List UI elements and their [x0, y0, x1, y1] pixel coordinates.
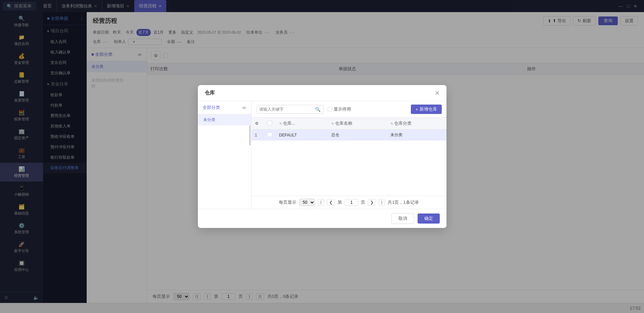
dialog-th-checkbox[interactable] — [264, 118, 276, 129]
dialog-header: 仓库 ✕ — [198, 85, 446, 101]
name-label: 仓库名称 — [335, 120, 352, 126]
dialog-search-box: 🔍 — [256, 105, 324, 114]
dialog-body: 全部分类 ≪ 未分类 🔍 — [198, 101, 446, 209]
dialog-prev-btn[interactable]: ❮ — [327, 199, 335, 206]
dialog-title: 仓库 — [205, 90, 215, 96]
dialog-left-panel: 全部分类 ≪ 未分类 — [198, 101, 252, 209]
cancel-button[interactable]: 取消 — [391, 213, 414, 224]
dialog-left-scroll-area — [198, 125, 251, 209]
dialog-left-header: 全部分类 ≪ — [198, 101, 251, 114]
show-disabled-text: 显示停用 — [334, 106, 351, 112]
row-name: 总仓 — [328, 129, 387, 141]
dialog-search-input[interactable] — [257, 105, 312, 113]
dialog-left-title: 全部分类 — [203, 105, 220, 111]
dialog-footer: 取消 确定 — [198, 209, 446, 228]
dialog-page-input[interactable] — [345, 199, 358, 206]
row-checkbox-cell[interactable] — [264, 129, 276, 141]
dialog-data-table: ⚙ ⇅ 仓库... — [252, 118, 446, 141]
dialog-left-item-uncategorized[interactable]: 未分类 — [198, 114, 251, 125]
dialog-table-wrapper: ⚙ ⇅ 仓库... — [252, 118, 446, 196]
dialog-th-category[interactable]: ⇅ 仓库分类 — [387, 118, 446, 129]
dialog-next-last-btn[interactable]: ⟩ — [379, 199, 385, 206]
dialog-th-settings[interactable]: ⚙ — [252, 118, 264, 129]
cancel-label: 取消 — [398, 216, 407, 221]
dialog-table-row[interactable]: 1 DEFAULT 总仓 未分类 — [252, 129, 446, 141]
dialog-toolbar: 🔍 显示停用 + 新增仓库 — [252, 101, 446, 118]
warehouse-dialog: 仓库 ✕ 全部分类 ≪ 未分类 — [198, 85, 446, 228]
sort-icon-up: ⇅ — [279, 122, 282, 125]
add-label: 新增仓库 — [420, 106, 437, 112]
dialog-close-btn[interactable]: ✕ — [435, 90, 440, 96]
dialog-total-info: 共1页，1条记录 — [388, 199, 419, 205]
dialog-right-panel: 🔍 显示停用 + 新增仓库 — [252, 101, 446, 209]
dialog-left-collapse-icon[interactable]: ≪ — [242, 105, 247, 110]
sort-icon-cat: ⇅ — [390, 122, 393, 125]
row-checkbox[interactable] — [267, 132, 272, 137]
confirm-button[interactable]: 确定 — [418, 213, 440, 224]
row-index: 1 — [252, 129, 264, 141]
dialog-prev-first-btn[interactable]: ⟨ — [318, 199, 324, 206]
code-label: 仓库... — [283, 120, 295, 126]
dialog-next-btn[interactable]: ❯ — [368, 199, 376, 206]
confirm-label: 确定 — [424, 216, 433, 221]
show-disabled-checkbox[interactable] — [328, 107, 332, 112]
dialog-pagination: 每页显示 50 ⟨ ❮ 第 页 ❯ ⟩ 共1页，1条记录 — [252, 196, 446, 209]
add-icon: + — [416, 107, 418, 112]
dialog-per-page-label: 每页显示 — [279, 199, 296, 205]
dialog-search-icon[interactable]: 🔍 — [312, 107, 323, 112]
category-label: 仓库分类 — [394, 120, 412, 126]
row-category: 未分类 — [387, 129, 446, 141]
th-checkbox[interactable] — [267, 121, 272, 125]
modal-overlay: 仓库 ✕ 全部分类 ≪ 未分类 — [0, 0, 644, 313]
row-code: DEFAULT — [276, 129, 328, 141]
dialog-page-end-label: 页 — [361, 199, 365, 205]
dialog-page-label: 第 — [338, 199, 342, 205]
dialog-th-code[interactable]: ⇅ 仓库... — [276, 118, 328, 129]
add-warehouse-btn[interactable]: + 新增仓库 — [411, 105, 442, 114]
show-disabled-label[interactable]: 显示停用 — [328, 106, 351, 112]
dialog-th-name[interactable]: ⇅ 仓库名称 — [328, 118, 387, 129]
sort-icon-name: ⇅ — [331, 122, 334, 125]
dialog-per-page-select[interactable]: 50 — [299, 199, 315, 206]
